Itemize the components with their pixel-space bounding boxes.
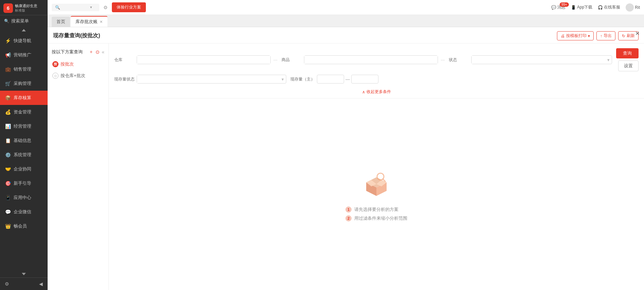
sidebar-item-quick-nav[interactable]: ⚡ 快捷导航: [0, 34, 48, 48]
sidebar-item-cooperation[interactable]: 🤝 企业协同: [0, 162, 48, 176]
scroll-down-btn[interactable]: [0, 271, 48, 277]
inventory-qty-range: —: [317, 75, 378, 84]
user-profile-btn[interactable]: Rit: [626, 3, 640, 12]
sidebar-item-finance[interactable]: 💰 资金管理: [0, 105, 48, 119]
sidebar-item-member[interactable]: 👑 畅会员: [0, 219, 48, 233]
page-close-btn[interactable]: ✕: [630, 27, 644, 39]
sidebar-item-marketing[interactable]: 📢 营销推广: [0, 48, 48, 62]
inventory-qty-max[interactable]: [351, 75, 378, 84]
sidebar-item-enterprise-wechat[interactable]: 💬 企业微信: [0, 205, 48, 219]
tab-home[interactable]: 首页: [52, 17, 70, 27]
inventory-label: 库存核算: [14, 95, 31, 101]
header-actions: 🖨 按模板打印 ▾ ↑ 导出 ↻ 刷新: [557, 31, 639, 40]
settings-btn[interactable]: 设置: [618, 60, 639, 71]
quick-nav-icon: ⚡: [5, 38, 11, 43]
app-download-btn[interactable]: 📱 App下载: [571, 4, 592, 10]
status-dropdown-icon[interactable]: ▾: [605, 57, 612, 62]
topbar: 🔍 ▾ ⚙ 体验行业方案 💬 消息 99+ 📱 App下载 🎧 在线客服: [48, 0, 644, 15]
collapse-more-conditions[interactable]: ∧ 收起更多条件: [114, 87, 639, 95]
enterprise-wechat-label: 企业微信: [14, 209, 31, 215]
sidebar-item-system[interactable]: ⚙️ 系统管理: [0, 148, 48, 162]
cooperation-label: 企业协同: [14, 166, 31, 172]
filter-panel-header: 按以下方案查询 ＋ ⊙ «: [48, 47, 108, 58]
app-subtitle: 标准版: [15, 8, 37, 13]
topbar-search-box[interactable]: 🔍 ▾: [52, 4, 99, 11]
product-filter: 商品 ···: [282, 55, 445, 64]
base-info-label: 基础信息: [14, 138, 31, 144]
print-dropdown-icon[interactable]: ▾: [588, 34, 590, 38]
app-title: 畅康通好生意: [15, 3, 37, 8]
experience-btn[interactable]: 体验行业方案: [112, 2, 146, 12]
refresh-icon: ↻: [622, 34, 625, 38]
tab-inventory-batch-label: 库存批次账: [75, 19, 98, 25]
sidebar-item-inventory[interactable]: 📦 库存核算: [0, 91, 48, 105]
scheme-by-batch-icon: 按: [52, 61, 58, 67]
search-menu-item[interactable]: 🔍 搜索菜单: [0, 15, 48, 27]
collapse-filter-icon[interactable]: «: [102, 49, 104, 55]
topbar-left: 🔍 ▾ ⚙ 体验行业方案: [52, 2, 548, 12]
system-icon: ⚙️: [5, 152, 11, 158]
filter-panel-title: 按以下方案查询: [52, 49, 83, 55]
finance-icon: 💰: [5, 109, 11, 115]
inventory-qty-filter: 现存量（主） —: [290, 75, 462, 84]
settings-icon[interactable]: ⚙: [5, 281, 9, 287]
operations-label: 经营管理: [14, 123, 31, 129]
inventory-status-dropdown-icon[interactable]: ▾: [279, 77, 286, 82]
sidebar-item-operations[interactable]: 📊 经营管理: [0, 119, 48, 133]
page-header: 现存量查询(按批次) 🖨 按模板打印 ▾ ↑ 导出 ↻ 刷新: [48, 27, 644, 43]
product-label: 商品: [282, 57, 302, 63]
sidebar-item-sales[interactable]: 💼 销售管理: [0, 62, 48, 76]
product-dots[interactable]: ···: [441, 57, 445, 62]
inventory-status-label: 现存量状态: [114, 76, 135, 82]
add-scheme-icon[interactable]: ＋: [89, 49, 94, 55]
inventory-status-input[interactable]: [137, 75, 279, 83]
product-input-wrap[interactable]: [304, 55, 438, 64]
query-btn[interactable]: 查询: [616, 48, 639, 58]
empty-hint-1: 1 请先选择要分析的方案: [345, 206, 407, 213]
status-input-wrap[interactable]: ▾: [471, 55, 612, 64]
topbar-gear-icon[interactable]: ⚙: [102, 3, 109, 12]
system-label: 系统管理: [14, 152, 31, 158]
right-content: 仓库 ··· 商品 ···: [109, 43, 644, 290]
online-service-btn[interactable]: 🎧 在线客服: [598, 4, 620, 10]
inner-layout: 按以下方案查询 ＋ ⊙ « 按 按批次 ⊙ 按仓库+批次: [48, 43, 644, 290]
member-label: 畅会员: [14, 223, 27, 229]
warehouse-dots[interactable]: ···: [273, 57, 277, 62]
warehouse-input-wrap[interactable]: [137, 55, 271, 64]
marketing-label: 营销推广: [14, 52, 31, 58]
user-name: Rit: [635, 5, 640, 10]
messages-btn[interactable]: 💬 消息 99+: [551, 4, 565, 10]
tab-inventory-batch[interactable]: 库存批次账 ✕: [71, 16, 107, 27]
online-service-icon: 🎧: [598, 5, 603, 10]
topbar-search-dropdown-icon[interactable]: ▾: [90, 5, 92, 10]
tab-home-label: 首页: [56, 19, 65, 25]
scheme-item-by-batch[interactable]: 按 按批次: [50, 58, 106, 70]
hint-num-1: 1: [345, 206, 352, 213]
topbar-search-icon: 🔍: [55, 5, 60, 10]
sidebar-item-app-center[interactable]: 📱 应用中心: [0, 191, 48, 205]
inventory-status-input-wrap[interactable]: ▾: [137, 75, 286, 84]
sidebar-item-base-info[interactable]: 📋 基础信息: [0, 133, 48, 148]
product-input[interactable]: [304, 56, 438, 64]
collapse-sidebar-icon[interactable]: ◀: [39, 281, 43, 287]
sidebar-nav: ⚡ 快捷导航 📢 营销推广 💼 销售管理 🛒 采购管理 📦 库存核算 💰 资金管…: [0, 34, 48, 271]
print-btn[interactable]: 🖨 按模板打印 ▾: [557, 31, 594, 40]
finance-label: 资金管理: [14, 109, 31, 115]
scroll-up-btn[interactable]: [0, 27, 48, 34]
scheme-item-by-warehouse-batch[interactable]: ⊙ 按仓库+批次: [50, 70, 106, 81]
purchase-icon: 🛒: [5, 81, 11, 86]
export-btn[interactable]: ↑ 导出: [596, 31, 615, 40]
sidebar-bottom: ⚙ ◀: [0, 277, 48, 290]
warehouse-input[interactable]: [137, 56, 270, 64]
tab-inventory-batch-close[interactable]: ✕: [100, 20, 103, 24]
sidebar-item-new-guide[interactable]: 🎯 新手引导: [0, 176, 48, 191]
inventory-qty-min[interactable]: [317, 75, 344, 84]
tabs-bar: 首页 库存批次账 ✕: [48, 15, 644, 27]
cooperation-icon: 🤝: [5, 166, 11, 172]
scheme-settings-icon[interactable]: ⊙: [96, 49, 100, 55]
filter-form: 仓库 ··· 商品 ···: [109, 43, 644, 98]
status-input[interactable]: [472, 56, 605, 64]
empty-hint-2: 2 用过滤条件来缩小分析范围: [345, 215, 407, 221]
topbar-search-input[interactable]: [62, 5, 89, 10]
sidebar-item-purchase[interactable]: 🛒 采购管理: [0, 76, 48, 91]
